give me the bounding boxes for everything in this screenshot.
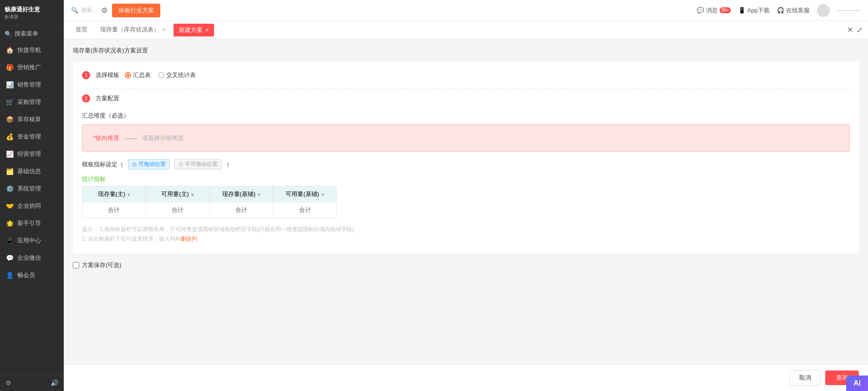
stats-table-header: 现存量(主) ∨ 可用量(主) ∨ 现存量(基辅) ∨ 可用量(基辅) — [82, 186, 337, 202]
cancel-button[interactable]: 取消 — [790, 370, 821, 386]
sidebar-item-label: 应用中心 — [17, 237, 41, 245]
settings-icon: ⚙️ — [5, 185, 14, 193]
content-area: 现存量(库存状况表)方案设置 1 选择模板 汇总表 交叉统计表 — [64, 39, 868, 364]
sidebar-search[interactable]: 🔍 搜索菜单 — [0, 26, 64, 41]
expand-window-icon[interactable]: ⤢ — [857, 26, 863, 34]
sidebar-item-label: 企业微信 — [17, 254, 41, 262]
money-icon: 💰 — [5, 133, 14, 141]
stats-label: 统计指标 — [82, 175, 850, 183]
stats-table: 现存量(主) ∨ 可用量(主) ∨ 现存量(基辅) ∨ 可用量(基辅) — [82, 186, 337, 218]
close-window-icon[interactable]: ✕ — [847, 26, 853, 34]
scheme-panel: 1 选择模板 汇总表 交叉统计表 — [73, 62, 859, 254]
sidebar-item-app-center[interactable]: 📱 应用中心 — [0, 232, 64, 249]
trending-icon: 📈 — [5, 150, 14, 158]
stats-col-3[interactable]: 现存量(基辅) ∨ — [210, 186, 274, 202]
app-title: 畅康通好生意 — [5, 5, 59, 14]
stats-cell-1-1: 合计 — [82, 202, 146, 218]
main-area: 🔍 搜索... ⚙ 体验行业方案 💬 消息 99+ 📱 App下载 🎧 在线客服… — [64, 0, 868, 391]
download-icon: 📱 — [738, 7, 745, 14]
tab-new-scheme[interactable]: 新建方案 × — [174, 24, 214, 36]
step1-badge: 1 — [82, 71, 90, 79]
tip-1: 提示： 1.拖动标题栏可以调整布局，不可跨维度或指标区域拖动栏目字段(只能在同一… — [82, 226, 850, 233]
sidebar-item-finance[interactable]: 💰 资金管理 — [0, 128, 64, 145]
tab-new-scheme-close-icon[interactable]: × — [205, 27, 209, 33]
app-download-button[interactable]: 📱 App下载 — [738, 6, 770, 15]
dimension-row: *纵向维度 —— 请选择分组维度 — [93, 134, 838, 142]
stats-col-1[interactable]: 现存量(主) ∨ — [82, 186, 146, 202]
online-service-label: 在线客服 — [786, 6, 810, 15]
radio-summary-label: 汇总表 — [133, 71, 151, 79]
stats-col-4-label: 可用量(基辅) — [286, 190, 319, 198]
service-icon: 🎧 — [777, 7, 784, 14]
sidebar-item-onboarding[interactable]: 🌟 新手引导 — [0, 215, 64, 232]
stats-cell-1-4: 合计 — [273, 202, 337, 218]
gift-icon: 🎁 — [5, 63, 14, 72]
tab-home-label: 首页 — [76, 26, 87, 34]
messages-button[interactable]: 💬 消息 99+ — [697, 6, 731, 15]
sidebar-item-basic-info[interactable]: 🗂️ 基础信息 — [0, 163, 64, 180]
chevron-col-2[interactable]: ∨ — [191, 192, 194, 197]
sidebar-item-marketing[interactable]: 🎁 营销推广 — [0, 59, 64, 76]
dimension-section-title: 汇总维度（必选） — [82, 112, 850, 120]
sidebar-item-cooperation[interactable]: 🤝 企业协同 — [0, 197, 64, 215]
stats-col-2-label: 可用量(主) — [161, 190, 189, 198]
sidebar-item-operations[interactable]: 📈 经营管理 — [0, 145, 64, 163]
stats-col-2[interactable]: 可用量(主) ∨ — [146, 186, 210, 202]
stats-table-row-1: 合计 合计 合计 合计 — [82, 202, 337, 218]
sidebar-item-label: 营销推广 — [17, 63, 41, 72]
username-label: ———— — [837, 7, 861, 14]
indicator-setting-row: 模板指标设定（ 可拖动位置 不可拖动位置 ） — [82, 159, 850, 170]
save-checkbox[interactable] — [73, 262, 79, 268]
sidebar-item-quick-nav[interactable]: 🏠 快捷导航 — [0, 41, 64, 59]
tab-home[interactable]: 首页 — [69, 22, 94, 38]
sidebar-item-wechat[interactable]: 💬 企业微信 — [0, 249, 64, 267]
sidebar-search-label: 搜索菜单 — [15, 30, 38, 38]
messages-badge: 99+ — [720, 7, 731, 13]
template-radio-group: 汇总表 交叉统计表 — [125, 71, 196, 79]
gear-icon[interactable]: ⚙ — [5, 379, 11, 386]
sidebar-item-system[interactable]: ⚙️ 系统管理 — [0, 180, 64, 197]
topbar-search-area: 🔍 搜索... — [71, 6, 97, 14]
stats-col-4[interactable]: 可用量(基辅) ∨ — [273, 186, 337, 202]
industry-solution-button[interactable]: 体验行业方案 — [112, 4, 160, 17]
non-draggable-label: 不可拖动位置 — [185, 160, 218, 168]
draggable-tag: 可拖动位置 — [128, 159, 170, 170]
radio-cross[interactable]: 交叉统计表 — [158, 71, 196, 79]
topbar: 🔍 搜索... ⚙ 体验行业方案 💬 消息 99+ 📱 App下载 🎧 在线客服… — [64, 0, 868, 21]
sidebar-item-inventory[interactable]: 📦 库存核算 — [0, 111, 64, 128]
radio-cross-label: 交叉统计表 — [166, 71, 196, 79]
step1-row: 1 选择模板 汇总表 交叉统计表 — [82, 71, 850, 79]
sidebar-item-label: 企业协同 — [17, 202, 41, 210]
user-avatar[interactable] — [817, 4, 830, 17]
draggable-dot — [132, 162, 137, 167]
tab-inventory-status[interactable]: 现存量（库存状况表） × — [94, 22, 172, 38]
sidebar-item-label: 系统管理 — [17, 185, 41, 193]
sidebar-item-sales[interactable]: 📊 销售管理 — [0, 76, 64, 93]
sound-icon[interactable]: 🔊 — [51, 379, 58, 386]
search-icon: 🔍 — [5, 31, 12, 37]
topbar-left: 🔍 搜索... ⚙ 体验行业方案 — [71, 4, 160, 17]
radio-summary[interactable]: 汇总表 — [125, 71, 151, 79]
ai-button[interactable]: Ai — [846, 376, 868, 391]
chevron-col-3[interactable]: ∨ — [257, 192, 260, 197]
indicator-setting-prefix: 模板指标设定（ — [82, 160, 123, 169]
sidebar-item-member[interactable]: 👤 畅会员 — [0, 267, 64, 284]
topbar-search-text: 搜索... — [81, 6, 97, 14]
tab-inventory-label: 现存量（库存状况表） — [100, 26, 159, 34]
online-service-button[interactable]: 🎧 在线客服 — [777, 6, 810, 15]
action-bar: 取消 查询 — [64, 364, 868, 391]
dimension-dash: —— — [125, 135, 137, 142]
divider1 — [82, 88, 850, 89]
sidebar-item-purchase[interactable]: 🛒 采购管理 — [0, 93, 64, 111]
tab-inventory-close-icon[interactable]: × — [162, 26, 165, 33]
stats-col-1-label: 现存量(主) — [98, 190, 126, 198]
tips-section: 提示： 1.拖动标题栏可以调整布局，不可跨维度或指标区域拖动栏目字段(只能在同一… — [82, 226, 850, 243]
chevron-col-1[interactable]: ∨ — [127, 192, 130, 197]
user-icon: 👤 — [5, 271, 14, 279]
topbar-settings-icon[interactable]: ⚙ — [101, 6, 107, 15]
indicator-setting-suffix: ） — [226, 160, 232, 169]
chevron-col-4[interactable]: ∨ — [321, 192, 324, 197]
tabs-bar: 首页 现存量（库存状况表） × 新建方案 × ✕ ⤢ — [64, 21, 868, 39]
stats-cell-1-2: 合计 — [146, 202, 210, 218]
dimension-placeholder[interactable]: 请选择分组维度 — [142, 134, 184, 142]
